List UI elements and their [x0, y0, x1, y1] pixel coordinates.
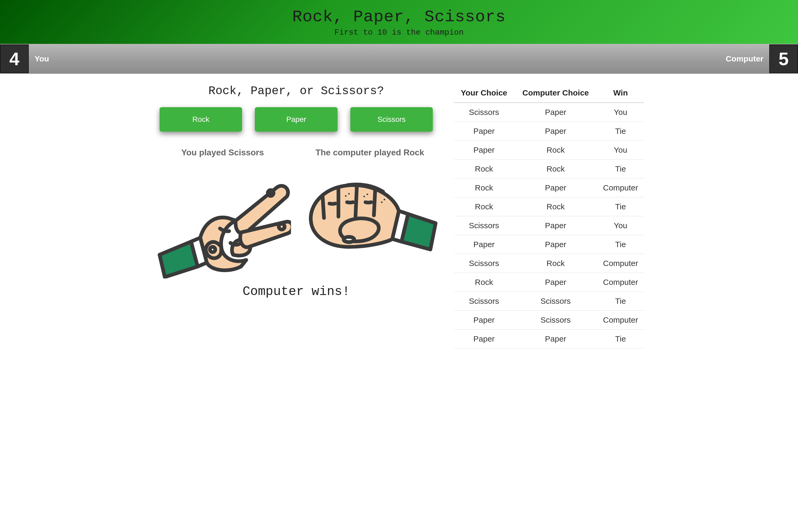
you-played-label: You played Scissors: [154, 148, 291, 157]
computer-played-label: The computer played Rock: [302, 148, 438, 157]
table-cell: Rock: [454, 273, 514, 292]
played-row: You played Scissors: [154, 148, 438, 280]
table-cell: Paper: [514, 329, 597, 348]
table-cell: You: [597, 216, 644, 235]
header-banner: Rock, Paper, Scissors First to 10 is the…: [0, 0, 798, 44]
table-row: PaperRockYou: [454, 141, 644, 159]
table-cell: Paper: [514, 216, 597, 235]
main-content: Rock, Paper, or Scissors? Rock Paper Sci…: [138, 74, 660, 364]
table-cell: Tie: [597, 329, 644, 348]
table-row: PaperPaperTie: [454, 122, 644, 141]
choice-buttons: Rock Paper Scissors: [154, 107, 438, 132]
table-cell: Paper: [454, 235, 514, 254]
score-computer-value: 5: [769, 44, 798, 73]
table-cell: Rock: [454, 178, 514, 197]
table-row: ScissorsScissorsTie: [454, 292, 644, 311]
scissors-button[interactable]: Scissors: [350, 107, 433, 132]
score-you-group: 4 You: [0, 44, 55, 73]
table-cell: Tie: [597, 292, 644, 311]
paper-button[interactable]: Paper: [255, 107, 337, 132]
svg-point-0: [210, 247, 215, 252]
table-cell: Computer: [597, 273, 644, 292]
table-row: RockRockTie: [454, 197, 644, 216]
table-cell: Rock: [514, 141, 597, 159]
table-cell: Scissors: [454, 216, 514, 235]
table-row: ScissorsRockComputer: [454, 254, 644, 273]
choice-prompt: Rock, Paper, or Scissors?: [154, 84, 438, 98]
result-text: Computer wins!: [154, 284, 438, 299]
table-row: ScissorsPaperYou: [454, 216, 644, 235]
table-cell: You: [597, 103, 644, 122]
table-cell: Tie: [597, 159, 644, 178]
table-cell: Paper: [514, 235, 597, 254]
table-cell: Paper: [514, 273, 597, 292]
rock-button[interactable]: Rock: [159, 107, 242, 132]
table-cell: Paper: [454, 311, 514, 329]
table-cell: Scissors: [514, 292, 597, 311]
table-cell: Rock: [514, 197, 597, 216]
history-header-win: Win: [597, 84, 644, 103]
table-row: PaperPaperTie: [454, 329, 644, 348]
table-row: RockPaperComputer: [454, 273, 644, 292]
table-cell: Rock: [454, 197, 514, 216]
table-cell: Paper: [454, 329, 514, 348]
table-cell: Paper: [454, 141, 514, 159]
table-cell: Computer: [597, 178, 644, 197]
history-header-your-choice: Your Choice: [454, 84, 514, 103]
history-panel: Your Choice Computer Choice Win Scissors…: [454, 84, 644, 348]
table-cell: Scissors: [454, 254, 514, 273]
history-table: Your Choice Computer Choice Win Scissors…: [454, 84, 644, 348]
table-row: ScissorsPaperYou: [454, 103, 644, 122]
table-cell: Rock: [454, 159, 514, 178]
score-bar: 4 You Computer 5: [0, 44, 798, 74]
table-row: PaperPaperTie: [454, 235, 644, 254]
page-title: Rock, Paper, Scissors: [0, 7, 798, 26]
score-computer-group: Computer 5: [720, 44, 798, 73]
table-cell: You: [597, 141, 644, 159]
table-cell: Scissors: [454, 103, 514, 122]
history-header-computer-choice: Computer Choice: [514, 84, 597, 103]
play-area: Rock, Paper, or Scissors? Rock Paper Sci…: [154, 84, 438, 348]
table-cell: Scissors: [454, 292, 514, 311]
table-cell: Rock: [514, 254, 597, 273]
table-cell: Tie: [597, 235, 644, 254]
table-cell: Computer: [597, 254, 644, 273]
score-you-label: You: [35, 54, 49, 63]
you-played-col: You played Scissors: [154, 148, 291, 280]
rock-hand-icon: [302, 163, 438, 259]
table-cell: Scissors: [514, 311, 597, 329]
table-cell: Paper: [514, 178, 597, 197]
table-row: RockRockTie: [454, 159, 644, 178]
page-subtitle: First to 10 is the champion: [0, 28, 798, 37]
score-you-value: 4: [0, 44, 29, 73]
svg-point-3: [344, 237, 354, 242]
scissors-hand-icon: [154, 163, 291, 280]
computer-played-col: The computer played Rock: [302, 148, 438, 280]
table-row: PaperScissorsComputer: [454, 311, 644, 329]
table-cell: Paper: [514, 122, 597, 141]
table-cell: Paper: [514, 103, 597, 122]
table-cell: Rock: [514, 159, 597, 178]
table-cell: Computer: [597, 311, 644, 329]
table-cell: Tie: [597, 122, 644, 141]
table-cell: Paper: [454, 122, 514, 141]
score-computer-label: Computer: [726, 54, 763, 63]
table-row: RockPaperComputer: [454, 178, 644, 197]
table-cell: Tie: [597, 197, 644, 216]
